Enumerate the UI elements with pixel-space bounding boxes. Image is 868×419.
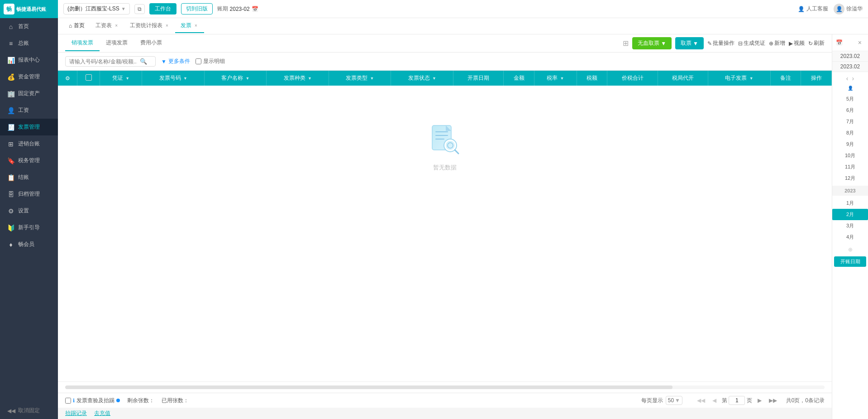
sidebar-item-purchase-sales[interactable]: ⊞ 进销台账 (0, 135, 58, 152)
column-settings-icon[interactable]: ⊞ (623, 39, 629, 48)
select-all-checkbox[interactable] (86, 74, 92, 81)
col-action[interactable]: 操作 (801, 71, 832, 86)
add-btn[interactable]: ⊕ 新增 (769, 39, 785, 47)
old-version-button[interactable]: 切到旧版 (181, 3, 213, 14)
tab-invoice[interactable]: 发票 × (175, 19, 204, 33)
search-icon[interactable]: 🔍 (140, 58, 147, 65)
month-2023-3[interactable]: 3月 (832, 220, 868, 231)
col-voucher[interactable]: 凭证 ▼ (100, 71, 142, 86)
batch-op-label[interactable]: ✎ 批量操作 (707, 39, 734, 47)
col-invoice-type[interactable]: 发票种类 ▼ (267, 71, 329, 86)
page-input[interactable] (729, 396, 745, 405)
month-8[interactable]: 8月 (832, 127, 868, 139)
col-checkbox[interactable] (77, 71, 100, 86)
topbar: (勿删）江西服宝-LSS ▼ ⧉ 工作台 切到旧版 账期 2023-02 📅 👤… (58, 0, 868, 18)
subtab-purchase[interactable]: 进项发票 (100, 35, 134, 51)
service-btn[interactable]: 👤 人工客服 (798, 5, 828, 13)
tab-close-salary-stats[interactable]: × (164, 23, 170, 29)
sidebar-item-reports[interactable]: 📊 报表中心 (0, 52, 58, 68)
sidebar-item-tax[interactable]: 🔖 税务管理 (0, 152, 58, 169)
search-input[interactable] (69, 58, 137, 65)
subtab-sales[interactable]: 销项发票 (65, 35, 100, 51)
verify-checkbox[interactable] (65, 398, 71, 404)
verify-checkbox-label[interactable]: ℹ 发票查验及抬踢 (65, 397, 120, 405)
date-next-arrow[interactable]: › (851, 74, 855, 83)
next-page-btn[interactable]: ▶ (756, 396, 763, 405)
home-tab-icon: ⌂ (69, 23, 72, 29)
sidebar-item-ledger[interactable]: ≡ 总账 (0, 35, 58, 52)
col-e-invoice[interactable]: 电子发票 ▼ (708, 71, 771, 86)
sidebar-item-home[interactable]: ⌂ 首页 (0, 18, 58, 35)
bottom-bar: ℹ 发票查验及抬踢 剩余张数： 已用张数： 每页显示 5 (58, 393, 832, 408)
sidebar-item-settings[interactable]: ⚙ 设置 (0, 202, 58, 219)
prev-page-btn[interactable]: ◀ (711, 396, 718, 405)
user-avatar[interactable]: 👤 徐溢华 (834, 4, 863, 14)
month-12[interactable]: 12月 (832, 173, 868, 184)
subtab-expense[interactable]: 费用小票 (134, 35, 168, 51)
last-page-btn[interactable]: ▶▶ (767, 396, 779, 405)
refresh-btn[interactable]: ↻ 刷新 (808, 39, 825, 47)
sidebar-item-payroll[interactable]: 👤 工资 (0, 102, 58, 119)
col-tax-rate[interactable]: 税率 ▼ (534, 71, 577, 86)
col-open-date[interactable]: 开票日期 (453, 71, 503, 86)
col-invoice-status[interactable]: 发票状态 ▼ (391, 71, 453, 86)
show-detail-input[interactable] (196, 58, 201, 64)
invoice-btn[interactable]: 取票 ▼ (675, 37, 704, 49)
sidebar-item-archive[interactable]: 🗄 归档管理 (0, 186, 58, 202)
show-detail-checkbox[interactable]: 显示明细 (196, 58, 225, 65)
date-nav: ‹ › (832, 72, 868, 85)
col-remark[interactable]: 备注 (770, 71, 801, 86)
scrollbar-track (65, 385, 825, 389)
sidebar-collapse[interactable]: ◀◀ 取消固定 (0, 402, 58, 419)
date-panel-close-btn[interactable]: × (855, 37, 864, 48)
month-6[interactable]: 6月 (832, 105, 868, 116)
video-btn[interactable]: ▶ 视频 (789, 39, 805, 47)
month-10[interactable]: 10月 (832, 150, 868, 161)
col-invoice-category[interactable]: 发票类型 ▼ (329, 71, 391, 86)
month-5[interactable]: 5月 (832, 93, 868, 105)
col-settings[interactable]: ⚙ (58, 71, 77, 86)
date-prev-arrow[interactable]: ‹ (845, 74, 849, 83)
sidebar-item-closing[interactable]: 📋 结账 (0, 169, 58, 186)
scroll-handle[interactable] (65, 385, 672, 389)
tab-home[interactable]: ⌂ 首页 (63, 19, 90, 33)
col-invoice-no[interactable]: 发票号码 ▼ (142, 71, 205, 86)
col-tax[interactable]: 税额 (577, 71, 607, 86)
add-record-link[interactable]: 抬踢记录 (65, 409, 87, 417)
sidebar-item-funds[interactable]: 💰 资金管理 (0, 68, 58, 85)
copy-button[interactable]: ⧉ (134, 4, 145, 14)
no-invoice-btn[interactable]: 无血取票 ▼ (632, 37, 672, 49)
sidebar-item-member[interactable]: ♦ 畅会员 (0, 236, 58, 253)
col-customer[interactable]: 客户名称 ▼ (204, 71, 267, 86)
generate-voucher-btn[interactable]: ⊟ 生成凭证 (738, 39, 765, 47)
year-indicator: 👤 (832, 85, 868, 92)
filter-btn[interactable]: ▼ 更多条件 (161, 58, 190, 65)
col-tax-code[interactable]: 税局代开 (658, 71, 708, 86)
month-9[interactable]: 9月 (832, 139, 868, 150)
tab-close-salary[interactable]: × (114, 23, 119, 29)
company-selector[interactable]: (勿删）江西服宝-LSS ▼ (63, 3, 130, 14)
month-11[interactable]: 11月 (832, 161, 868, 173)
content-wrapper: 销项发票 进项发票 费用小票 ⊞ 无血取票 ▼ 取票 (58, 34, 868, 419)
month-2023-4[interactable]: 4月 (832, 231, 868, 243)
horizontal-scrollbar[interactable] (58, 381, 832, 393)
tab-salary-table[interactable]: 工资表 × (90, 19, 124, 33)
workbench-button[interactable]: 工作台 (149, 3, 176, 14)
go-settings-link[interactable]: 去充值 (94, 409, 110, 417)
per-page-select[interactable]: 50 ▼ (666, 396, 682, 405)
open-period-btn[interactable]: 开账日期 (834, 256, 866, 267)
month-2023-1[interactable]: 1月 (832, 197, 868, 209)
tab-label: 首页 (74, 22, 85, 29)
sidebar-item-guide[interactable]: 🔰 新手引导 (0, 219, 58, 236)
sidebar-item-fixed-assets[interactable]: 🏢 固定资产 (0, 85, 58, 102)
month-2023-2[interactable]: 2月 (832, 209, 868, 220)
sidebar-item-label: 固定资产 (18, 90, 40, 97)
first-page-btn[interactable]: ◀◀ (695, 396, 707, 405)
month-7[interactable]: 7月 (832, 116, 868, 127)
col-amount[interactable]: 金额 (504, 71, 534, 86)
tab-salary-stats[interactable]: 工资统计报表 × (124, 19, 175, 33)
invoice-icon: 🧾 (7, 124, 14, 131)
col-tax-total[interactable]: 价税合计 (607, 71, 658, 86)
tab-close-invoice[interactable]: × (193, 23, 199, 29)
sidebar-item-invoice[interactable]: 🧾 发票管理 (0, 119, 58, 135)
